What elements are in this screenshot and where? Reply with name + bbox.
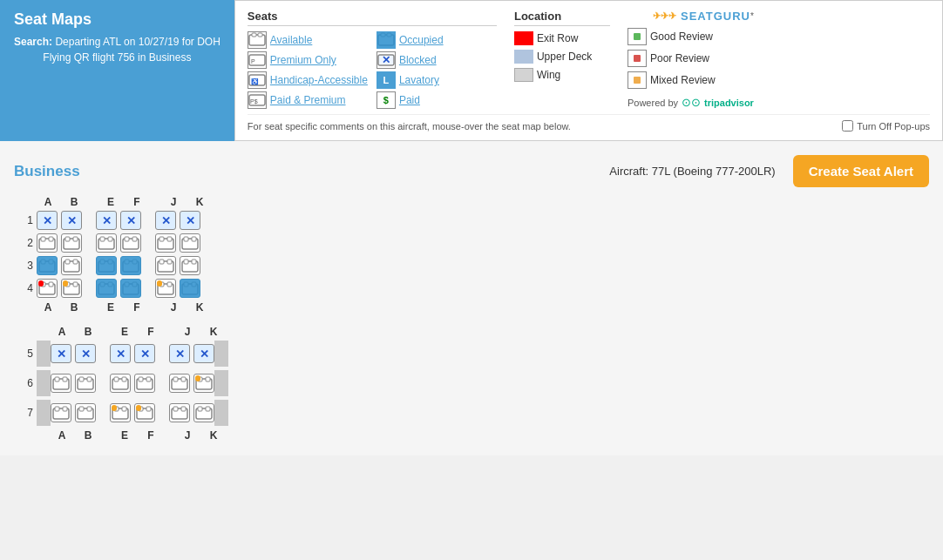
seat-4k[interactable]: [180, 279, 200, 298]
legend-lavatory: L Lavatory: [377, 71, 497, 89]
seat-7b[interactable]: [75, 403, 96, 422]
available-label[interactable]: Available: [270, 34, 312, 46]
seat-7e[interactable]: [110, 403, 131, 422]
svg-rect-78: [114, 377, 119, 381]
seat-5b[interactable]: ✕: [75, 344, 96, 363]
seat-7a[interactable]: [51, 403, 71, 422]
handicap-label[interactable]: Handicap-Accessible: [270, 74, 368, 86]
svg-rect-15: [41, 237, 45, 241]
create-seat-alert-button[interactable]: Create Seat Alert: [793, 155, 929, 187]
popup-checkbox[interactable]: [842, 120, 853, 132]
seat-6e[interactable]: [110, 374, 131, 393]
seat-3f[interactable]: [120, 256, 141, 275]
section-header: Business Aircraft: 77L (Boeing 777-200LR…: [14, 155, 929, 187]
seat-6a[interactable]: [51, 374, 71, 393]
seat-2b[interactable]: [61, 233, 82, 253]
paidpremium-icon: P$: [248, 91, 267, 109]
svg-rect-1: [252, 33, 256, 37]
svg-rect-85: [181, 377, 186, 381]
tripadvisor-line: Powered by ⊙⊙ tripadvisor: [628, 96, 754, 109]
seat-icon-logo: ✈✈✈: [653, 10, 676, 22]
row-6-group-2: [110, 374, 155, 393]
seat-1f[interactable]: ✕: [120, 211, 141, 230]
row-2-num: 2: [14, 237, 37, 249]
seat-1j[interactable]: ✕: [155, 211, 176, 230]
grey-right-7: [214, 400, 228, 426]
seat-1e[interactable]: ✕: [96, 211, 117, 230]
svg-rect-43: [132, 260, 137, 264]
svg-rect-84: [173, 377, 178, 381]
seat-4j[interactable]: [155, 279, 176, 298]
popup-toggle[interactable]: Turn Off Pop-ups: [842, 120, 930, 132]
seat-5f[interactable]: ✕: [134, 344, 155, 363]
col-group-3: J K: [162, 196, 211, 208]
seat-2k[interactable]: [180, 233, 200, 253]
seat-1k[interactable]: ✕: [180, 211, 200, 230]
svg-text:P$: P$: [250, 98, 258, 105]
paidpremium-label[interactable]: Paid & Premium: [270, 94, 346, 106]
svg-rect-105: [173, 407, 178, 411]
seat-5e[interactable]: ✕: [110, 344, 131, 363]
seat-4f[interactable]: [120, 279, 141, 298]
paid-label[interactable]: Paid: [399, 94, 420, 106]
blocked-label[interactable]: Blocked: [399, 54, 437, 66]
seat-7j[interactable]: [169, 403, 190, 422]
row-5-gap-1: [96, 341, 110, 367]
seats-legend-title: Seats: [248, 10, 497, 26]
seat-4e[interactable]: [96, 279, 117, 298]
seat-2f[interactable]: [120, 233, 141, 253]
seat-7k[interactable]: [193, 403, 214, 422]
seat-row-1: 1 ✕ ✕ ✕ ✕ ✕ ✕: [14, 211, 239, 230]
seat-5k[interactable]: ✕: [193, 344, 214, 363]
occupied-label[interactable]: Occupied: [399, 34, 444, 46]
legend-paid: $ Paid: [377, 91, 497, 109]
svg-text:✕: ✕: [382, 54, 390, 66]
svg-rect-28: [167, 237, 172, 241]
seat-3j[interactable]: [155, 256, 176, 275]
svg-rect-63: [132, 282, 137, 287]
seat-2e[interactable]: [96, 233, 117, 253]
paid-icon: $: [377, 91, 396, 109]
seat-1a[interactable]: ✕: [37, 211, 58, 230]
svg-rect-102: [146, 407, 151, 411]
seat-2a[interactable]: [37, 233, 58, 253]
seat-row-3: 3: [14, 256, 239, 275]
seat-3e[interactable]: [96, 256, 117, 275]
grey-left-5: [37, 341, 51, 367]
seat-2j[interactable]: [155, 233, 176, 253]
svg-rect-59: [100, 282, 105, 287]
legend-footer: For seat specific comments on this aircr…: [248, 114, 930, 132]
legend-occupied: Occupied: [377, 31, 497, 49]
mixed-review-label: Mixed Review: [650, 74, 716, 86]
seat-3a[interactable]: [37, 256, 58, 275]
lavatory-label[interactable]: Lavatory: [399, 74, 439, 86]
seat-5j[interactable]: ✕: [169, 344, 190, 363]
mixed-review-icon: [628, 71, 647, 89]
svg-rect-22: [108, 237, 112, 241]
seat-3b[interactable]: [61, 256, 82, 275]
row-4-group-1: [37, 279, 82, 298]
seat-4b[interactable]: [61, 279, 82, 298]
poor-review-item: Poor Review: [628, 50, 754, 67]
row-6-gap-1: [96, 370, 110, 396]
svg-rect-37: [73, 260, 78, 264]
svg-rect-27: [159, 237, 164, 241]
legend-premium: P Premium Only: [248, 51, 368, 69]
seat-6f[interactable]: [134, 374, 155, 393]
seat-7f[interactable]: [134, 403, 155, 422]
seat-6j[interactable]: [169, 374, 190, 393]
seat-4a[interactable]: [37, 279, 58, 298]
svg-rect-79: [122, 377, 126, 381]
col-headers-1: A B E F J K: [37, 196, 239, 208]
seat-6k[interactable]: [193, 374, 214, 393]
seat-1b[interactable]: ✕: [61, 211, 82, 230]
seat-5a[interactable]: ✕: [51, 344, 71, 363]
search-line1: Departing ATL on 10/27/19 for DOH: [55, 36, 220, 48]
premium-label[interactable]: Premium Only: [270, 54, 336, 66]
row-7-gap-2: [155, 400, 169, 426]
seat-3k[interactable]: [180, 256, 200, 275]
seat-section-1: A B E F J K 1 ✕ ✕: [14, 196, 239, 442]
powered-by-label: Powered by: [628, 98, 678, 108]
occupied-icon: [377, 31, 396, 49]
seat-6b[interactable]: [75, 374, 96, 393]
